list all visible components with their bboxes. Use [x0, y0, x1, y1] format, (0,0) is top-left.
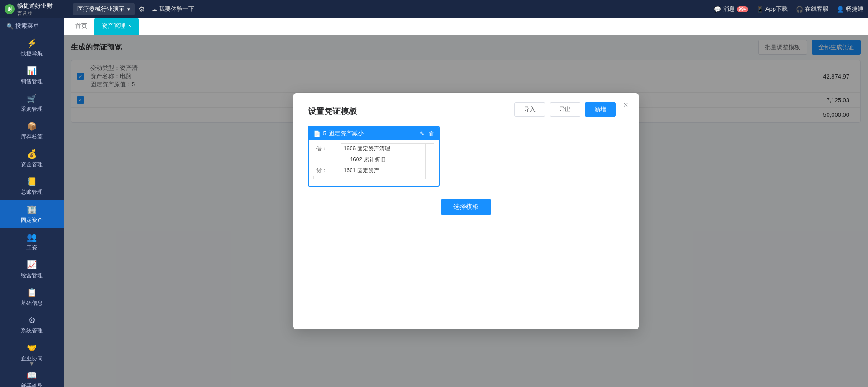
dropdown-icon: ▾ [127, 6, 130, 13]
phone-icon: 📱 [756, 6, 764, 13]
import-button[interactable]: 导入 [514, 102, 545, 117]
company-name: 医疗器械行业演示 [77, 5, 124, 13]
template-accounts-table: 借： 1606 固定资产清理 1602 累计折旧 [313, 143, 434, 179]
template-card-actions: ✎ 🗑 [420, 130, 434, 137]
operations-icon: 📈 [27, 260, 37, 270]
company-selector[interactable]: 医疗器械行业演示 ▾ [73, 3, 135, 15]
messages-button[interactable]: 💬 消息 99+ [714, 5, 748, 13]
modal-dialog: 设置凭证模板 导入 导出 新增 × 📄 [293, 93, 639, 329]
company-settings-icon[interactable]: ⚙ [139, 5, 145, 14]
sidebar-item-purchase[interactable]: 🛒 采购管理 [0, 89, 64, 117]
page-content: 生成的凭证预览 批量调整模板 全部生成凭证 ✓ 变动类型：资产清 资 [64, 35, 868, 387]
inventory-icon: 📦 [27, 121, 37, 131]
header-right-actions: 💬 消息 99+ 📱 App下载 🎧 在线客服 👤 畅捷通 [714, 5, 863, 13]
experience-button[interactable]: ☁ 我要体验一下 [151, 5, 194, 13]
system-icon: ⚙ [28, 315, 35, 325]
template-name: 5-固定资产减少 [323, 129, 364, 138]
template-card-body: 借： 1606 固定资产清理 1602 累计折旧 [309, 140, 439, 186]
tab-close-icon[interactable]: × [128, 23, 131, 29]
template-edit-icon[interactable]: ✎ [420, 130, 425, 137]
sidebar-item-ledger[interactable]: 📒 总账管理 [0, 172, 64, 200]
guide-icon: 📖 [27, 371, 37, 381]
user-icon: 👤 [837, 6, 844, 13]
template-card: 📄 5-固定资产减少 ✎ 🗑 [308, 126, 440, 187]
search-icon: 🔍 [6, 23, 14, 30]
logo-text: 畅捷通好业财 [17, 2, 53, 10]
user-menu-button[interactable]: 👤 畅捷通 [837, 5, 863, 13]
sales-icon: 📊 [27, 66, 37, 76]
select-template-button[interactable]: 选择模板 [441, 199, 491, 215]
modal-overlay: 设置凭证模板 导入 导出 新增 × 📄 [64, 35, 868, 387]
ledger-icon: 📒 [27, 177, 37, 187]
purchase-icon: 🛒 [27, 94, 37, 104]
template-delete-icon[interactable]: 🗑 [428, 130, 434, 137]
template-line-empty [313, 176, 434, 179]
headset-icon: 🎧 [796, 6, 803, 13]
sidebar-item-inventory[interactable]: 📦 库存核算 [0, 117, 64, 144]
template-card-header: 📄 5-固定资产减少 ✎ 🗑 [309, 127, 439, 140]
template-line-credit: 贷： 1601 固定资产 [313, 165, 434, 176]
modal-close-button[interactable]: × [620, 99, 631, 110]
sidebar-item-payroll[interactable]: 👥 工资 [0, 228, 64, 255]
edition-label: 普及版 [17, 10, 53, 17]
sidebar-item-search[interactable]: 🔍 搜索菜单 [0, 18, 64, 34]
top-header: 财 畅捷通好业财 普及版 医疗器械行业演示 ▾ ⚙ ☁ 我要体验一下 💬 消息 … [0, 0, 868, 18]
app-download-button[interactable]: 📱 App下载 [756, 5, 788, 13]
sidebar-scroll-down[interactable]: ▼ [0, 359, 64, 369]
sidebar: ▲ 🔍 搜索菜单 ⚡ 快捷导航 📊 销售管理 🛒 采购管理 📦 库存核算 💰 资… [0, 18, 64, 387]
message-badge: 99+ [737, 6, 748, 12]
cooperation-icon: 🤝 [27, 343, 37, 353]
tab-home[interactable]: 首页 [68, 18, 94, 35]
sidebar-item-guide[interactable]: 📖 新手引导 [0, 366, 64, 387]
online-service-button[interactable]: 🎧 在线客服 [796, 5, 828, 13]
new-template-button[interactable]: 新增 [585, 102, 616, 117]
cloud-icon: ☁ [151, 6, 157, 13]
template-line-debit-1: 借： 1606 固定资产清理 [313, 144, 434, 154]
finance-icon: 💰 [27, 149, 37, 159]
main-layout: ▲ 🔍 搜索菜单 ⚡ 快捷导航 📊 销售管理 🛒 采购管理 📦 库存核算 💰 资… [0, 18, 868, 387]
basics-icon: 📋 [27, 288, 37, 298]
tab-asset-management[interactable]: 资产管理 × [94, 18, 139, 35]
sidebar-item-sales[interactable]: 📊 销售管理 [0, 61, 64, 89]
sidebar-item-finance[interactable]: 💰 资金管理 [0, 144, 64, 172]
sidebar-scroll-up[interactable]: ▲ [0, 39, 64, 49]
tab-bar: 首页 资产管理 × [64, 18, 868, 35]
template-line-debit-2: 1602 累计折旧 [313, 154, 434, 165]
sidebar-item-basics[interactable]: 📋 基础信息 [0, 283, 64, 311]
sidebar-item-system[interactable]: ⚙ 系统管理 [0, 311, 64, 338]
content-area: 首页 资产管理 × 生成的凭证预览 批量调整模板 全部生成凭证 [64, 18, 868, 387]
modal-header-actions: 导入 导出 新增 [514, 102, 616, 117]
sidebar-item-operations[interactable]: 📈 经营管理 [0, 255, 64, 283]
sidebar-item-fixed-assets[interactable]: 🏢 固定资产 [0, 200, 64, 228]
message-icon: 💬 [714, 6, 721, 13]
payroll-icon: 👥 [27, 232, 37, 242]
logo-area: 财 畅捷通好业财 普及版 [5, 2, 68, 17]
template-doc-icon: 📄 [313, 130, 321, 137]
fixed-assets-icon: 🏢 [27, 204, 37, 214]
export-button[interactable]: 导出 [550, 102, 580, 117]
logo-icon: 财 [5, 4, 15, 14]
